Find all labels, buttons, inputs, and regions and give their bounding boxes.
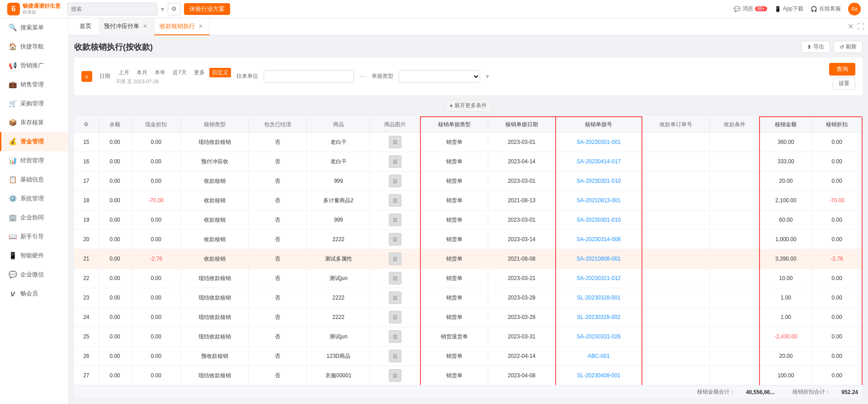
- td-cash-discount: 0.00: [131, 347, 181, 366]
- th-collection-order-no: 收款单订单号: [642, 117, 709, 133]
- td-cancel-amount: -2,430.00: [760, 327, 811, 347]
- td-bill-no[interactable]: SA-20230321-012: [556, 269, 642, 288]
- tab-collection-close[interactable]: ✕: [198, 22, 204, 30]
- page-title: 收款核销执行(按收款): [74, 42, 153, 52]
- td-include-settled: 否: [248, 133, 307, 152]
- sidebar-item-operations[interactable]: 📊 经营管理: [0, 151, 68, 170]
- th-collection-terms: 收款条件: [709, 117, 760, 133]
- counterparty-input[interactable]: [264, 70, 354, 83]
- tab-maximize[interactable]: ⛶: [857, 23, 864, 31]
- sidebar-item-system[interactable]: ⚙️ 系统管理: [0, 189, 68, 208]
- td-cancel-type: 收款核销: [181, 171, 248, 191]
- date-custom[interactable]: 自定义: [209, 68, 231, 77]
- td-cash-discount: -2.76: [131, 249, 181, 269]
- th-include-settled: 包含已结清: [248, 117, 307, 133]
- gear-button[interactable]: ⚙: [168, 3, 180, 15]
- sidebar-item-inventory[interactable]: 📦 库存核算: [0, 113, 68, 132]
- td-product-image: 🖼: [370, 230, 420, 249]
- sidebar-item-hardware[interactable]: 📱 智能硬件: [0, 246, 68, 265]
- td-num: 24: [74, 308, 99, 327]
- table-scroll[interactable]: ⚙ 余额 现金折扣 核销类型 包含已结清 商品 商品图片 核销单据类型 核销单据…: [74, 116, 863, 385]
- td-collection-order-no: [642, 249, 709, 269]
- td-cancel-type: 现结收款核销: [181, 308, 248, 327]
- td-bill-no[interactable]: ABC-001: [556, 347, 642, 366]
- td-bill-report-type: 销货单: [420, 152, 488, 171]
- date-7days[interactable]: 近7天: [170, 68, 189, 77]
- td-num: 27: [74, 366, 99, 385]
- expand-label: 展开更多条件: [454, 102, 487, 109]
- expand-conditions-button[interactable]: ▾ 展开更多条件: [445, 100, 492, 112]
- query-button[interactable]: 查询: [829, 63, 855, 76]
- table-row: 16 0.00 0.00 预付冲应收 否 老白干 🖼 销货单 2023-04-1…: [74, 152, 862, 171]
- basic-info-icon: 📋: [9, 176, 17, 184]
- td-collection-terms: [709, 152, 760, 171]
- tab-prepay-close[interactable]: ✕: [142, 22, 148, 30]
- export-button[interactable]: ⬆ 导出: [801, 41, 830, 53]
- td-cancel-discount: 0.00: [812, 133, 862, 152]
- td-bill-no[interactable]: SA-20230314-008: [556, 230, 642, 249]
- td-product-image: 🖼: [370, 133, 420, 152]
- sidebar-item-wechat[interactable]: 💬 企业微信: [0, 265, 68, 284]
- td-cancel-amount: 2,100.00: [760, 191, 811, 210]
- tab-home[interactable]: 首页: [72, 18, 99, 35]
- trial-button[interactable]: 休验行业方案: [184, 3, 230, 15]
- td-bill-no[interactable]: SA-20230301-010: [556, 210, 642, 230]
- sidebar-item-label: 畅会员: [20, 290, 38, 298]
- online-service-button[interactable]: 🎧 在线客服: [811, 5, 841, 13]
- td-collection-terms: [709, 210, 760, 230]
- filter-toggle[interactable]: »: [81, 71, 92, 82]
- sidebar-item-basic-info[interactable]: 📋 基础信息: [0, 170, 68, 189]
- td-bill-report-type: 销货退货单: [420, 327, 488, 347]
- user-avatar[interactable]: Rit: [848, 3, 861, 15]
- app-download-button[interactable]: 📱 App下载: [774, 5, 803, 13]
- td-cancel-type: 现结收款核销: [181, 327, 248, 347]
- td-bill-no[interactable]: SL-20230328-001: [556, 288, 642, 308]
- td-bill-no[interactable]: SA-20210813-001: [556, 191, 642, 210]
- tab-home-label: 首页: [80, 22, 91, 30]
- date-curr-year[interactable]: 本年: [152, 68, 168, 77]
- date-prev-month[interactable]: 上月: [116, 68, 132, 77]
- td-cash-discount: 0.00: [131, 171, 181, 191]
- tab-collection[interactable]: 收款核销执行 ✕: [154, 18, 210, 35]
- sidebar-item-purchase[interactable]: 🛒 采购管理: [0, 94, 68, 113]
- td-bill-no[interactable]: SA-20230301-001: [556, 133, 642, 152]
- messages-button[interactable]: 💬 消息 99+: [734, 5, 767, 13]
- td-bill-no[interactable]: SA-20230414-017: [556, 152, 642, 171]
- date-more[interactable]: 更多: [191, 68, 208, 77]
- td-product: 123D商品: [307, 347, 370, 366]
- bill-type-select[interactable]: [399, 70, 480, 83]
- settings-button[interactable]: 设置: [833, 77, 855, 90]
- top-search-input[interactable]: [67, 3, 157, 15]
- top-bar: 6 畅捷通谱好生意 标准版 ▾ ⚙ 休验行业方案 💬 消息 99+ 📱 App下…: [0, 0, 868, 18]
- tab-prepay[interactable]: 预付冲应付单 ✕: [99, 18, 154, 35]
- sidebar-item-finance[interactable]: 💰 资金管理: [0, 132, 68, 151]
- table-row: 18 0.00 -70.00 收款核销 否 多计量商品2 🖼 销货单 2021-…: [74, 191, 862, 210]
- sidebar-item-enterprise[interactable]: 🏢 企业协同: [0, 208, 68, 227]
- td-bill-no[interactable]: SA-20230331-026: [556, 327, 642, 347]
- select-dropdown-icon: ▾: [486, 72, 489, 81]
- tab-close-all[interactable]: ✕: [848, 22, 854, 31]
- page-content: 收款核销执行(按收款) ⬆ 导出 ↺ 刷新 » 日期: [69, 35, 868, 404]
- sidebar-item-member[interactable]: V 畅会员: [0, 284, 68, 303]
- sidebar-item-quick-nav[interactable]: 🏠 快捷导航: [0, 37, 68, 56]
- td-bill-no[interactable]: SA-20210808-001: [556, 249, 642, 269]
- td-bill-no[interactable]: SL-20230328-002: [556, 308, 642, 327]
- sidebar-item-search-menu[interactable]: 🔍 搜索菜单: [0, 18, 68, 37]
- td-bill-date: 2023-03-14: [488, 230, 555, 249]
- td-bill-report-type: 销货单: [420, 133, 488, 152]
- date-label: 日期: [99, 72, 110, 80]
- refresh-button[interactable]: ↺ 刷新: [834, 41, 863, 53]
- table-row: 15 0.00 0.00 现结收款核销 否 老白干 🖼 销货单 2023-03-…: [74, 133, 862, 152]
- enterprise-icon: 🏢: [9, 214, 17, 222]
- app-name: 畅捷通谱好生意: [23, 3, 61, 9]
- sidebar-item-marketing[interactable]: 📢 营销推广: [0, 56, 68, 75]
- td-balance: 0.00: [99, 210, 131, 230]
- td-cash-discount: 0.00: [131, 288, 181, 308]
- sidebar-item-sales[interactable]: 💼 销售管理: [0, 75, 68, 94]
- td-bill-date: 2021-08-08: [488, 249, 555, 269]
- date-curr-month[interactable]: 本月: [134, 68, 150, 77]
- th-cash-discount: 现金折扣: [131, 117, 181, 133]
- td-bill-no[interactable]: SA-20230301-010: [556, 171, 642, 191]
- sidebar-item-guide[interactable]: 📖 新手引导: [0, 227, 68, 246]
- td-bill-no[interactable]: SL-20230408-001: [556, 366, 642, 385]
